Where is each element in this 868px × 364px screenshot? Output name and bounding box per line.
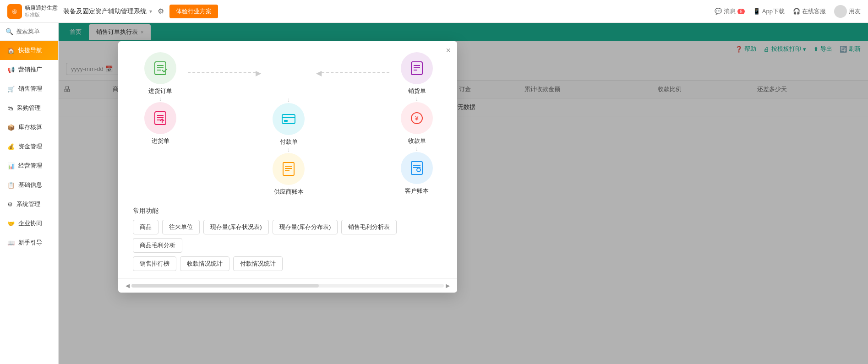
online-service-button[interactable]: 🎧 在线客服 [793, 7, 826, 16]
func-btn-payment-stats[interactable]: 付款情况统计 [233, 256, 283, 271]
payment-label: 付款单 [280, 138, 298, 146]
user-avatar[interactable]: 用友 [834, 5, 861, 18]
flow-node-purchase-bill[interactable]: 进货单 [133, 102, 188, 145]
guide-label: 新手引导 [18, 239, 42, 247]
sidebar-item-finance[interactable]: 💰 资金管理 [0, 137, 58, 156]
svg-text:⑥: ⑥ [12, 8, 17, 15]
app-download-label: App下载 [762, 7, 785, 16]
sales-label: 销售管理 [18, 85, 42, 93]
main-area: 🔍 搜索菜单 🏠 快捷导航 📢 营销推广 🛒 销售管理 🛍 采购管理 📦 [0, 23, 868, 364]
operations-label: 经营管理 [18, 162, 42, 170]
flow-node-customer-ledger[interactable]: 客户账本 [389, 152, 444, 195]
func-btn-receipt-stats[interactable]: 收款情况统计 [180, 256, 229, 271]
func-buttons-row2: 销售排行榜 收款情况统计 付款情况统计 [133, 256, 442, 271]
sidebar-item-operations[interactable]: 📊 经营管理 [0, 156, 58, 175]
system-label: 系统管理 [16, 200, 40, 208]
flow-node-sales-bill[interactable]: 销货单 [389, 52, 444, 95]
scroll-left-arrow[interactable]: ◀ [126, 283, 130, 289]
arrow-down-1: ↓ [159, 95, 162, 102]
logo-icon: ⑥ [7, 4, 22, 19]
search-menu-item[interactable]: 🔍 搜索菜单 [0, 23, 58, 41]
sales-bill-label: 销货单 [408, 87, 426, 95]
sidebar-item-marketing[interactable]: 📢 营销推广 [0, 60, 58, 79]
home-icon: 🏠 [7, 47, 15, 54]
top-bar: ⑥ 畅康通好生意 标准版 装备及固定资产辅助管理系统 ▾ ⚙ 体验行业方案 💬 … [0, 0, 868, 23]
svg-rect-12 [284, 120, 288, 122]
finance-icon: 💰 [7, 143, 15, 150]
operations-icon: 📊 [7, 163, 15, 169]
marketing-label: 营销推广 [18, 65, 42, 74]
message-label: 消息 [724, 7, 736, 16]
func-btn-sales-gross[interactable]: 销售毛利分析表 [341, 220, 397, 234]
purchase-bill-icon [144, 102, 176, 134]
modal-overlay: × 进货订单 [59, 23, 868, 364]
system-title-wrapper: 装备及固定资产辅助管理系统 ▾ [63, 7, 152, 16]
flow-node-receipt[interactable]: ¥ 收款单 [389, 102, 444, 145]
sidebar-item-quick-nav[interactable]: 🏠 快捷导航 [0, 41, 58, 60]
brand-text: 畅康通好生意 标准版 [25, 5, 58, 18]
finance-label: 资金管理 [18, 142, 42, 151]
quick-nav-label: 快捷导航 [18, 46, 42, 54]
inventory-label: 库存核算 [18, 123, 42, 131]
flow-node-supplier-ledger[interactable]: 供应商账本 [261, 153, 316, 196]
message-button[interactable]: 💬 消息 6 [715, 7, 745, 16]
func-btn-product-gross[interactable]: 商品毛利分析 [133, 238, 182, 253]
sidebar-item-system[interactable]: ⚙ 系统管理 [0, 195, 58, 214]
purchase-label: 采购管理 [17, 104, 41, 112]
experience-button[interactable]: 体验行业方案 [169, 5, 218, 18]
purchase-icon: 🛍 [7, 105, 13, 112]
system-dropdown-arrow[interactable]: ▾ [149, 8, 152, 15]
modal-close-button[interactable]: × [446, 46, 451, 55]
app-download-icon: 📱 [753, 8, 760, 15]
top-right-actions: 💬 消息 6 📱 App下载 🎧 在线客服 用友 [715, 5, 861, 18]
search-icon: 🔍 [5, 28, 13, 35]
sidebar-item-purchase[interactable]: 🛍 采购管理 [0, 98, 58, 118]
arrow-down-supplier: ↓ [287, 146, 290, 153]
enterprise-icon: 🤝 [7, 220, 15, 227]
svg-text:¥: ¥ [415, 114, 419, 122]
customer-ledger-icon [401, 152, 433, 184]
search-menu-label: 搜索菜单 [16, 27, 40, 36]
gear-icon[interactable]: ⚙ [158, 7, 164, 16]
basic-info-label: 基础信息 [18, 181, 42, 189]
system-title: 装备及固定资产辅助管理系统 [63, 7, 147, 16]
func-btn-stock-status[interactable]: 现存量(库存状况表) [203, 220, 269, 234]
user-name-label: 用友 [849, 7, 861, 16]
func-btn-counterpart[interactable]: 往来单位 [162, 220, 200, 234]
scroll-track[interactable] [131, 284, 444, 288]
sidebar-item-basic-info[interactable]: 📋 基础信息 [0, 175, 58, 195]
sidebar: 🔍 搜索菜单 🏠 快捷导航 📢 营销推广 🛒 销售管理 🛍 采购管理 📦 [0, 23, 59, 364]
flow-node-sales-order[interactable]: 销售订单 [448, 52, 457, 95]
func-btn-product[interactable]: 商品 [133, 220, 158, 234]
sales-bill-icon [401, 52, 433, 84]
purchase-order-icon [144, 52, 176, 84]
guide-icon: 📖 [7, 239, 15, 246]
marketing-icon: 📢 [7, 66, 15, 73]
svg-point-26 [417, 168, 420, 172]
service-icon: 🎧 [793, 8, 800, 15]
func-btn-stock-dist[interactable]: 现存量(库存分布表) [273, 220, 338, 234]
flow-modal: × 进货订单 [118, 41, 457, 293]
sidebar-item-enterprise[interactable]: 🤝 企业协同 [0, 214, 58, 233]
customer-ledger-label: 客户账本 [405, 187, 429, 195]
scroll-thumb [131, 284, 319, 288]
sales-icon: 🛒 [7, 86, 15, 92]
supplier-ledger-label: 供应商账本 [274, 188, 304, 196]
supplier-ledger-icon [273, 153, 305, 185]
sidebar-item-sales[interactable]: 🛒 销售管理 [0, 79, 58, 98]
common-functions: 常用功能 商品 往来单位 现存量(库存状况表) 现存量(库存分布表) 销售毛利分… [118, 203, 457, 278]
content-area: 首页 销售订单执行表 × ❓ 帮助 🖨 按模板打印 ▾ [59, 23, 868, 364]
app-download-button[interactable]: 📱 App下载 [753, 7, 785, 16]
sidebar-item-guide[interactable]: 📖 新手引导 [0, 233, 58, 252]
flow-node-purchase-order[interactable]: 进货订单 [133, 52, 188, 95]
receipt-label: 收款单 [408, 137, 426, 145]
func-btn-sales-ranking[interactable]: 销售排行榜 [133, 256, 176, 271]
flow-node-payment[interactable]: 付款单 [261, 103, 316, 146]
sidebar-item-inventory[interactable]: 📦 库存核算 [0, 118, 58, 137]
inventory-icon: 📦 [7, 124, 15, 131]
avatar-circle [834, 5, 847, 18]
purchase-bill-label: 进货单 [152, 137, 169, 145]
scroll-right-arrow[interactable]: ▶ [446, 283, 450, 289]
enterprise-label: 企业协同 [18, 219, 42, 228]
purchase-order-label: 进货订单 [148, 87, 172, 95]
